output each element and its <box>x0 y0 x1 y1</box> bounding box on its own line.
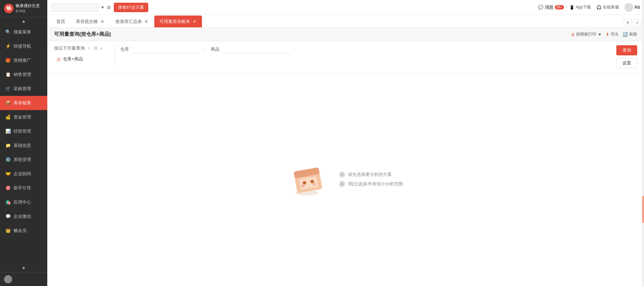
sidebar-item-marketing[interactable]: 🎁 营销推广 <box>0 53 47 68</box>
sidebar-item-enterprise[interactable]: 🤝 企业协同 <box>0 167 47 181</box>
print-btn[interactable]: 🖨 按模板打印 ▼ <box>571 31 602 37</box>
nav-label-system: 系统管理 <box>14 157 31 163</box>
page-content: 可用量查询(按仓库+商品) 🖨 按模板打印 ▼ ⬆ 导出 🔄 刷新 <box>47 28 644 286</box>
sidebar-item-member[interactable]: 👑 畅会员 <box>0 224 47 238</box>
header-dropdown-btn[interactable]: ▼ <box>101 5 105 10</box>
service-label: 在线客服 <box>603 4 619 10</box>
sidebar-header: 畅 畅康通好生意 标准版 <box>0 0 47 17</box>
filter-fields: 仓库 ··· 商品 ··· <box>120 45 616 53</box>
header-gear-btn[interactable]: ⚙ <box>107 5 111 10</box>
service-icon: 🎧 <box>596 5 601 10</box>
app-icon: 📱 <box>569 5 574 10</box>
user-label: Rit <box>635 5 640 10</box>
nav-label-purchase: 采购管理 <box>14 86 31 92</box>
product-label: 商品 <box>211 46 220 52</box>
refresh-btn[interactable]: 🔄 刷新 <box>623 31 637 37</box>
expand-tab-btn[interactable]: ⤢ <box>633 19 641 26</box>
nav-icon-enterprise: 🤝 <box>5 171 11 177</box>
query-btn[interactable]: 查询 <box>616 45 637 55</box>
warehouse-input[interactable] <box>132 45 199 53</box>
nav-label-marketing: 营销推广 <box>14 57 31 63</box>
product-input[interactable] <box>222 45 290 53</box>
nav-label-sales: 销售管理 <box>14 72 31 78</box>
settings-scheme-btn[interactable]: ⚙ <box>94 46 98 51</box>
sidebar-item-newbie[interactable]: 🎯 新手引导 <box>0 181 47 195</box>
nav-icon-wechat: 💬 <box>5 214 11 219</box>
product-more-btn[interactable]: ··· <box>292 47 296 52</box>
sidebar-bottom <box>0 272 47 286</box>
sidebar-scroll-down[interactable]: ▼ <box>0 264 47 272</box>
sidebar: 畅 畅康通好生意 标准版 ▲ 🔍 搜索菜单 ⚡ 快捷导航 🎁 营销推广 📋 销售… <box>0 0 47 286</box>
nav-icon-inventory: 📦 <box>5 100 11 106</box>
export-btn[interactable]: ⬆ 导出 <box>606 31 619 37</box>
tab-close-receipt-summary[interactable]: ✕ <box>144 20 149 24</box>
tab-close-available-ledger[interactable]: ✕ <box>192 20 197 24</box>
header-service[interactable]: 🎧 在线客服 <box>596 4 619 10</box>
tab-label-batch-ledger: 库存批次账 <box>76 19 98 25</box>
sidebar-user-avatar <box>4 275 12 283</box>
sidebar-item-shortcut[interactable]: ⚡ 快捷导航 <box>0 39 47 53</box>
page-title: 可用量查询(按仓库+商品) <box>54 31 111 37</box>
nav-icon-basic: 📁 <box>5 143 11 148</box>
header-user-area[interactable]: Rit <box>624 3 640 12</box>
warehouse-more-btn[interactable]: ··· <box>202 47 205 52</box>
nav-icon-operations: 📊 <box>5 129 11 134</box>
header-industry-btn[interactable]: 体验行业方案 <box>114 3 148 12</box>
right-scrollbar <box>642 0 644 286</box>
scheme-item-label: 仓库+商品 <box>63 56 83 62</box>
collapse-scheme-btn[interactable]: « <box>100 46 103 51</box>
app-label: App下载 <box>576 4 591 10</box>
filter-scheme-header: 按以下方案查询 ＋ ⚙ « <box>54 45 114 51</box>
add-scheme-btn[interactable]: ＋ <box>87 45 92 51</box>
filter-warehouse-field: 仓库 ··· <box>120 45 205 53</box>
sidebar-item-purchase[interactable]: 🛒 采购管理 <box>0 82 47 96</box>
nav-label-finance: 资金管理 <box>14 114 31 120</box>
nav-icon-newbie: 🎯 <box>5 185 11 191</box>
nav-icon-member: 👑 <box>5 228 11 233</box>
top-header: ▼ ⚙ 体验行业方案 💬 消息 99+ 📱 App下载 🎧 在线客服 Rit <box>47 0 644 15</box>
sidebar-item-wechat[interactable]: 💬 企业微信 <box>0 209 47 224</box>
filter-product-field: 商品 ··· <box>211 45 296 53</box>
sidebar-item-finance[interactable]: 💰 资金管理 <box>0 110 47 124</box>
sidebar-item-appstore[interactable]: 🛍️ 应用中心 <box>0 195 47 209</box>
filter-actions: 查询 设置 <box>616 45 637 68</box>
sidebar-scroll-up[interactable]: ▲ <box>0 17 47 25</box>
nav-label-member: 畅会员 <box>14 228 27 234</box>
tab-available-ledger[interactable]: 可用量库存账本✕ <box>154 16 202 27</box>
sidebar-app-title: 畅康通好生意 <box>16 3 40 9</box>
refresh-icon: 🔄 <box>623 32 628 37</box>
tab-close-batch-ledger[interactable]: ✕ <box>100 20 105 24</box>
tab-home[interactable]: 首页 <box>51 16 70 27</box>
nav-label-search: 搜索菜单 <box>14 29 31 35</box>
nav-label-shortcut: 快捷导航 <box>14 43 31 49</box>
sidebar-item-basic[interactable]: 📁 基础信息 <box>0 138 47 153</box>
nav-icon-shortcut: ⚡ <box>5 44 11 49</box>
scheme-item[interactable]: ◎ 仓库+商品 <box>54 54 114 64</box>
sidebar-item-system[interactable]: ⚙️ 系统管理 <box>0 153 47 167</box>
tab-batch-ledger[interactable]: 库存批次账✕ <box>71 16 110 27</box>
page-actions: 🖨 按模板打印 ▼ ⬆ 导出 🔄 刷新 <box>571 31 637 37</box>
tab-label-receipt-summary: 收发存汇总表 <box>115 19 142 25</box>
sidebar-logo: 畅 <box>4 4 14 13</box>
tab-receipt-summary[interactable]: 收发存汇总表✕ <box>110 16 154 27</box>
nav-label-newbie: 新手引导 <box>14 185 31 191</box>
sidebar-item-operations[interactable]: 📊 经营管理 <box>0 124 47 138</box>
settings-btn[interactable]: 设置 <box>616 58 637 68</box>
header-search-input[interactable] <box>51 3 99 11</box>
header-msg[interactable]: 💬 消息 99+ <box>538 4 564 10</box>
header-app[interactable]: 📱 App下载 <box>569 4 591 10</box>
sidebar-item-search[interactable]: 🔍 搜索菜单 <box>0 25 47 39</box>
tab-label-home: 首页 <box>56 19 65 25</box>
msg-badge: 99+ <box>555 5 564 9</box>
empty-state: ① 请先选择要分析的方案 ② 用[过滤]条件来缩小分析范围 <box>47 73 644 286</box>
empty-hint-1: ① 请先选择要分析的方案 <box>339 172 403 178</box>
close-all-tabs-btn[interactable]: ✕ <box>624 19 632 26</box>
print-label: 按模板打印 <box>576 31 596 37</box>
nav-label-basic: 基础信息 <box>14 142 31 149</box>
sidebar-item-sales[interactable]: 📋 销售管理 <box>0 68 47 82</box>
sidebar-item-inventory[interactable]: 📦 库存核算 <box>0 96 47 110</box>
nav-label-wechat: 企业微信 <box>14 213 31 219</box>
right-scrollbar-thumb[interactable] <box>642 196 644 223</box>
nav-label-enterprise: 企业协同 <box>14 171 31 177</box>
nav-icon-sales: 📋 <box>5 72 11 77</box>
